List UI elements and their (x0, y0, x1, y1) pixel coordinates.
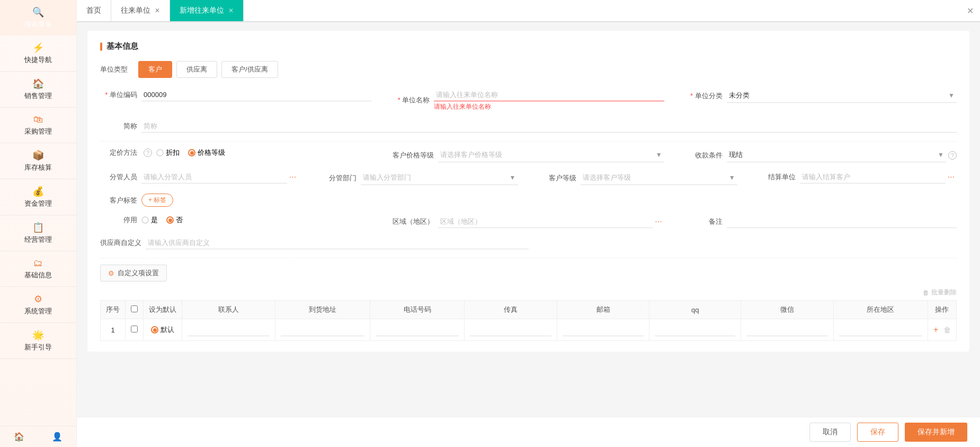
disable-no-option[interactable]: 否 (166, 215, 183, 225)
type-btn-customer[interactable]: 客户 (138, 61, 172, 78)
field-settlement-unit: 结算单位 ··· (759, 171, 957, 183)
manager-input[interactable] (141, 171, 287, 183)
operations-icon: 📋 (32, 222, 44, 233)
contact-input[interactable] (188, 323, 270, 336)
payment-terms-info-icon[interactable]: ? (948, 151, 957, 160)
col-phone: 电话号码 (370, 301, 464, 319)
main-area: 首页 往来单位 ✕ 新增往来单位 ✕ ✕ 基本信息 单位类型 客户 供应离 客户… (77, 0, 980, 447)
add-row-button[interactable]: + (933, 325, 938, 334)
sidebar-item-quick-nav[interactable]: ⚡ 快捷导航 (0, 36, 76, 72)
cell-phone (370, 319, 464, 341)
department-select[interactable]: 请输入分管部门 ▼ (361, 171, 518, 185)
settings-icon: ⚙ (108, 269, 114, 277)
default-radio-item[interactable]: 默认 (149, 325, 176, 335)
select-all-checkbox[interactable] (131, 305, 138, 312)
sidebar-item-operations[interactable]: 📋 经营管理 (0, 215, 76, 251)
add-tag-button[interactable]: + 标签 (141, 194, 173, 207)
unit-name-input[interactable] (434, 89, 664, 101)
settlement-unit-input[interactable] (800, 171, 946, 183)
qq-input[interactable] (655, 323, 735, 336)
basic-info-card: 基本信息 单位类型 客户 供应离 客户/供应离 单位编码 单位名称 (87, 31, 969, 352)
region-dots-btn[interactable]: ··· (653, 217, 664, 226)
unit-category-label: 单位分类 (685, 91, 723, 101)
row-checkbox[interactable] (131, 326, 138, 332)
address-input[interactable] (281, 323, 364, 336)
form-row-3: 定价方法 ? 折扣 价格等级 客户价格等级 (100, 148, 957, 162)
sidebar-item-guide[interactable]: 🌟 新手引导 (0, 323, 76, 359)
delete-row-button[interactable]: 🗑 (943, 326, 951, 334)
unit-code-input[interactable] (141, 89, 371, 101)
manager-dots-btn[interactable]: ··· (287, 172, 298, 182)
sales-icon: 🏠 (32, 78, 44, 90)
disable-yes-option[interactable]: 是 (141, 215, 158, 225)
tab-partners[interactable]: 往来单位 ✕ (111, 0, 170, 21)
close-all-tabs[interactable]: ✕ (960, 0, 980, 21)
settlement-unit-dots-btn[interactable]: ··· (946, 172, 957, 182)
sidebar-item-inventory[interactable]: 📦 库存核算 (0, 143, 76, 179)
tab-home[interactable]: 首页 (77, 0, 111, 21)
settlement-unit-value-wrapper: ··· (800, 171, 957, 183)
field-short-name: 简称 (100, 120, 957, 133)
payment-terms-value-wrapper: 现结 ▼ (727, 148, 946, 162)
save-new-button[interactable]: 保存并新增 (905, 423, 967, 442)
sidebar-bottom-home[interactable]: 🏠 (0, 426, 38, 447)
disable-no-radio[interactable] (166, 216, 174, 224)
unit-category-select[interactable]: 未分类 ▼ (727, 89, 957, 103)
disable-yes-radio[interactable] (141, 216, 149, 224)
customer-price-level-select[interactable]: 请选择客户价格等级 ▼ (438, 148, 664, 162)
supplier-custom-input[interactable] (146, 236, 529, 249)
fax-input[interactable] (470, 323, 551, 336)
row-region-input[interactable] (839, 323, 922, 336)
pricing-discount-option[interactable]: 折扣 (156, 148, 180, 157)
sidebar-item-purchase[interactable]: 🛍 采购管理 (0, 108, 76, 143)
tab-new-partner[interactable]: 新增往来单位 ✕ (170, 0, 244, 21)
field-unit-code: 单位编码 (100, 89, 371, 101)
user-bottom-icon: 👤 (52, 432, 63, 442)
sidebar-item-basic-info[interactable]: 🗂 基础信息 (0, 251, 76, 287)
unit-code-value-wrapper (141, 89, 371, 101)
default-radio[interactable] (151, 326, 158, 334)
pricing-level-option[interactable]: 价格等级 (188, 148, 225, 157)
phone-input[interactable] (376, 323, 459, 336)
save-button[interactable]: 保存 (857, 423, 898, 442)
sidebar-item-finance[interactable]: 💰 资金管理 (0, 179, 76, 215)
wechat-input[interactable] (746, 323, 828, 336)
sidebar-bottom-user[interactable]: 👤 (38, 426, 76, 447)
custom-settings-button[interactable]: ⚙ 自定义项设置 (100, 265, 167, 282)
field-payment-terms: 收款条件 现结 ▼ ? (685, 148, 957, 162)
table-actions: 🗑 批量删除 (100, 288, 957, 297)
cell-default: 默认 (144, 319, 182, 341)
form-row-2: 简称 (100, 120, 957, 133)
pricing-level-radio[interactable] (188, 149, 195, 156)
sidebar: 🔍 搜索菜单 ⚡ 快捷导航 🏠 销售管理 🛍 采购管理 📦 库存核算 💰 资金管… (0, 0, 77, 447)
batch-delete-button[interactable]: 🗑 批量删除 (923, 288, 957, 297)
tab-partners-close[interactable]: ✕ (155, 7, 160, 14)
customer-level-chevron: ▼ (729, 174, 735, 181)
table-header-row: 序号 设为默认 联系人 到货地址 电话号码 传真 邮箱 qq 微信 所在地区 (101, 301, 957, 319)
pricing-method-info-icon[interactable]: ? (144, 148, 152, 157)
form-row-5: 客户标签 + 标签 (100, 194, 957, 207)
pricing-discount-radio[interactable] (156, 149, 164, 156)
form-row-6: 停用 是 否 区域（地区） (100, 215, 957, 228)
payment-terms-select[interactable]: 现结 ▼ (727, 148, 946, 162)
cancel-button[interactable]: 取消 (809, 423, 851, 442)
type-btn-both[interactable]: 客户/供应离 (221, 61, 278, 78)
field-department: 分管部门 请输入分管部门 ▼ (319, 171, 518, 185)
short-name-value-wrapper (141, 120, 957, 133)
tab-new-partner-close[interactable]: ✕ (228, 7, 234, 14)
payment-terms-chevron: ▼ (938, 151, 944, 159)
region-input[interactable] (438, 215, 653, 228)
sidebar-item-sales[interactable]: 🏠 销售管理 (0, 72, 76, 108)
purchase-icon: 🛍 (33, 114, 43, 125)
type-btn-supplier[interactable]: 供应离 (176, 61, 217, 78)
sidebar-item-system[interactable]: ⚙ 系统管理 (0, 287, 76, 323)
sidebar-item-search[interactable]: 🔍 搜索菜单 (0, 0, 76, 36)
remark-input[interactable] (727, 215, 957, 228)
col-default (126, 301, 144, 319)
field-manager: 分管人员 ··· (100, 171, 298, 183)
customer-level-select[interactable]: 请选择客户等级 ▼ (581, 171, 737, 185)
email-input[interactable] (563, 323, 644, 336)
cell-contact (182, 319, 275, 341)
short-name-input[interactable] (141, 120, 957, 133)
field-customer-tag: 客户标签 + 标签 (100, 194, 957, 207)
